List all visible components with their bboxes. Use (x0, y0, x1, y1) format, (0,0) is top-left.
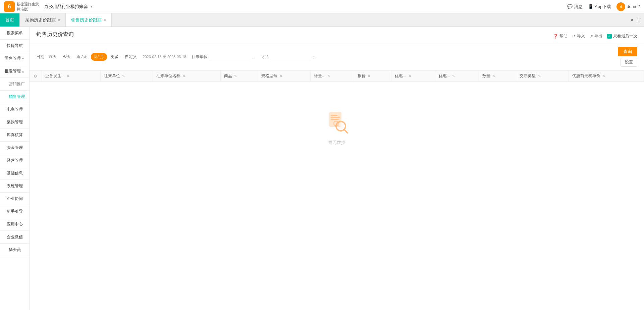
sidebar-item-enterprise-wechat[interactable]: 企业微信 (0, 231, 29, 244)
import-btn[interactable]: ↺ 导入 (572, 33, 585, 39)
table-col-quote: 报价 ⇅ (354, 70, 391, 82)
svg-rect-1 (331, 115, 337, 116)
table-col-discount2: 优惠... ⇅ (435, 70, 479, 82)
sidebar-item-wholesale[interactable]: 批发管理 ▲ (0, 65, 29, 78)
sidebar-item-quick-nav[interactable]: 快捷导航 (0, 40, 29, 52)
sidebar-item-finance[interactable]: 资金管理 (0, 142, 29, 154)
logo-area: 6 畅捷通好生意 标准版 (4, 1, 39, 12)
partner-dots-btn[interactable]: ... (252, 55, 255, 59)
tab-purchase[interactable]: 采购历史价跟踪 × (20, 13, 66, 27)
sidebar-item-search-menu[interactable]: 搜索菜单 (0, 27, 29, 40)
table-col-goods: 商品 ⇅ (220, 70, 258, 82)
purchase-tab-close[interactable]: × (58, 18, 60, 22)
export-btn[interactable]: ↗ 导出 (590, 33, 602, 39)
table-col-pretax: 优惠前无税单价 ⇅ (569, 70, 644, 82)
sort-arrow-icon[interactable]: ⇅ (122, 74, 125, 78)
gear-icon[interactable]: ⚙ (34, 74, 37, 79)
date-btn-1month[interactable]: 近1月 (91, 53, 107, 61)
app-download-btn[interactable]: 📱 App下载 (588, 4, 611, 10)
inventory-label: 库存核算 (7, 132, 23, 138)
sidebar-item-purchase[interactable]: 采购管理 (0, 116, 29, 129)
export-icon: ↗ (590, 34, 593, 39)
table-col-biz-date: 业务发生... ⇅ (42, 70, 100, 82)
user-menu[interactable]: d demo2 (616, 2, 640, 11)
sales-mgmt-label: 销售管理 (9, 94, 25, 100)
date-btn-custom[interactable]: 自定义 (122, 53, 139, 61)
goods-filter-group: 商品 ... (261, 54, 316, 60)
content-area: 销售历史价查询 ❓ 帮助 ↺ 导入 ↗ 导出 ✓ (30, 27, 644, 310)
settings-button[interactable]: 设置 (621, 58, 637, 67)
table-col-partner-name: 往来单位名称 ⇅ (153, 70, 221, 82)
purchase-tab-label: 采购历史价跟踪 (25, 17, 56, 23)
sidebar-item-inventory[interactable]: 库存核算 (0, 129, 29, 142)
sidebar-item-app-center[interactable]: 应用中心 (0, 218, 29, 231)
goods-dots-btn[interactable]: ... (313, 55, 316, 59)
sidebar-item-guide[interactable]: 新手引导 (0, 205, 29, 218)
sort-arrow-icon[interactable]: ⇅ (234, 74, 237, 78)
table-header-row: ⚙ 业务发生... ⇅ 往来单位 ⇅ 往来单位名称 ⇅ (30, 70, 644, 82)
sort-arrow-icon[interactable]: ⇅ (368, 74, 370, 78)
sidebar-item-member[interactable]: 畅会员 (0, 244, 29, 256)
table-col-settings[interactable]: ⚙ (30, 70, 42, 82)
help-btn[interactable]: ❓ 帮助 (553, 33, 568, 39)
enterprise-wechat-label: 企业微信 (7, 234, 23, 240)
logo-icon: 6 (4, 1, 15, 12)
tab-home[interactable]: 首页 (0, 13, 20, 27)
sort-arrow-icon[interactable]: ⇅ (409, 74, 411, 78)
sort-arrow-icon[interactable]: ⇅ (538, 74, 541, 78)
partner-input[interactable] (210, 54, 250, 60)
sidebar-item-basic-info[interactable]: 基础信息 (0, 167, 29, 180)
tab-sales[interactable]: 销售历史价跟踪 × (66, 13, 112, 27)
empty-icon (323, 109, 350, 136)
sidebar-item-sales-mgmt[interactable]: 销售管理 (0, 91, 29, 103)
sidebar-item-enterprise[interactable]: 企业协同 (0, 193, 29, 205)
dropdown-arrow-icon[interactable]: ▾ (91, 5, 92, 8)
table-col-trade-type: 交易类型 ⇅ (516, 70, 569, 82)
date-btn-today[interactable]: 今天 (60, 53, 73, 61)
sidebar-item-system[interactable]: 系统管理 (0, 180, 29, 193)
sort-arrow-icon[interactable]: ⇅ (280, 74, 282, 78)
sort-arrow-icon[interactable]: ⇅ (492, 74, 495, 78)
sidebar-item-operations[interactable]: 经营管理 (0, 154, 29, 167)
retail-arrow-icon: ▼ (21, 57, 25, 60)
svg-line-6 (344, 130, 347, 133)
wholesale-arrow-icon: ▲ (21, 69, 25, 73)
sales-tab-close[interactable]: × (104, 18, 106, 22)
date-btn-7days[interactable]: 近7天 (74, 53, 90, 61)
goods-input[interactable] (271, 54, 311, 60)
search-menu-label: 搜索菜单 (7, 30, 23, 36)
sidebar-item-marketing[interactable]: 营销推广 (0, 78, 29, 91)
sort-arrow-icon[interactable]: ⇅ (67, 74, 69, 78)
date-btn-yesterday[interactable]: 昨天 (46, 53, 59, 61)
sidebar-item-retail[interactable]: 零售管理 ▼ (0, 52, 29, 65)
maximize-btn[interactable]: ⛶ (637, 17, 641, 23)
tabbar-actions: ✕ ⛶ (627, 13, 644, 27)
retail-label: 零售管理 (5, 56, 21, 61)
finance-label: 资金管理 (7, 145, 23, 151)
purchase-label: 采购管理 (7, 119, 23, 125)
sort-arrow-icon[interactable]: ⇅ (183, 74, 185, 78)
close-all-btn[interactable]: ✕ (630, 17, 634, 23)
quick-nav-label: 快捷导航 (7, 43, 23, 49)
message-btn[interactable]: 💬 消息 (567, 4, 583, 10)
basic-info-label: 基础信息 (7, 170, 23, 176)
sort-arrow-icon[interactable]: ⇅ (327, 74, 330, 78)
member-label: 畅会员 (9, 247, 21, 253)
topbar-right: 💬 消息 📱 App下载 d demo2 (567, 2, 640, 11)
logo-text: 畅捷通好生意 标准版 (17, 2, 39, 11)
phone-icon: 📱 (588, 4, 593, 9)
sidebar: 搜索菜单 快捷导航 零售管理 ▼ 批发管理 ▲ 营销推广 销售管理 电商管理 采… (0, 27, 30, 310)
sort-arrow-icon[interactable]: ⇅ (452, 74, 455, 78)
sort-arrow-icon[interactable]: ⇅ (602, 74, 605, 78)
table-col-unit: 计量... ⇅ (310, 70, 354, 82)
guide-label: 新手引导 (7, 209, 23, 214)
table-col-partner-code: 往来单位 ⇅ (100, 70, 153, 82)
sidebar-item-ecommerce[interactable]: 电商管理 (0, 103, 29, 116)
help-icon: ❓ (553, 34, 558, 39)
page-title: 销售历史价查询 (36, 31, 74, 38)
date-btn-more[interactable]: 更多 (108, 53, 121, 61)
only-last-checkbox[interactable]: ✓ 只看最后一次 (607, 33, 637, 39)
query-button[interactable]: 查询 (618, 47, 637, 56)
ecommerce-label: 电商管理 (7, 107, 23, 112)
date-buttons: 昨天 今天 近7天 近1月 更多 自定义 (46, 53, 139, 61)
